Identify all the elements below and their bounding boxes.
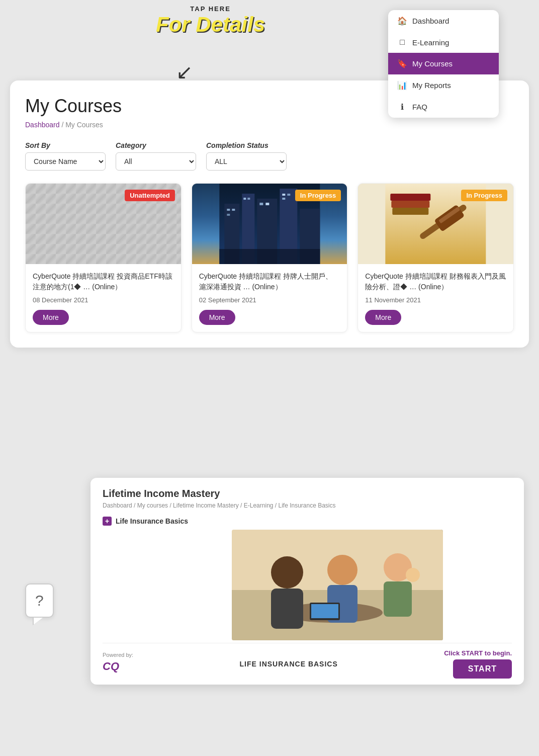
- completion-group: Completion Status ALL Unattempted In Pro…: [206, 141, 287, 171]
- status-badge-1: Unattempted: [125, 190, 174, 201]
- course-title-1: CyberQuote 持續培訓課程 投資商品ETF時該注意的地方(1◆ … (O…: [33, 271, 174, 292]
- svg-rect-13: [282, 194, 285, 196]
- menu-label-elearning: E-Learning: [412, 38, 449, 47]
- cq-logo: CQ: [103, 658, 133, 676]
- menu-label-dashboard: Dashboard: [412, 17, 449, 25]
- sort-by-select[interactable]: Course Name Date Status: [25, 152, 106, 171]
- category-select[interactable]: All Finance Legal Compliance: [116, 152, 196, 171]
- plus-icon: +: [103, 517, 112, 526]
- completion-label: Completion Status: [206, 141, 287, 149]
- bubble-tail: [33, 618, 43, 625]
- completion-select[interactable]: ALL Unattempted In Progress Completed: [206, 152, 287, 171]
- for-details-label: For Details: [156, 13, 265, 37]
- click-start-text: Click START to begin.: [444, 649, 512, 657]
- start-area: Click START to begin. START: [444, 649, 512, 679]
- dashboard-icon: 🏠: [397, 16, 407, 26]
- menu-item-myreports[interactable]: 📊 My Reports: [388, 74, 499, 96]
- course-date-2: 02 September 2021: [199, 296, 340, 304]
- svg-point-33: [406, 568, 420, 582]
- status-badge-2: In Progress: [295, 190, 341, 201]
- bubble-box: ?: [25, 583, 54, 618]
- course-image-3: In Progress: [358, 184, 513, 264]
- svg-rect-35: [311, 604, 338, 618]
- bookmark-icon: 🔖: [397, 59, 407, 68]
- breadcrumb-separator: /: [61, 121, 65, 129]
- category-group: Category All Finance Legal Compliance: [116, 141, 196, 171]
- powered-by-section: Powered by: CQ: [103, 652, 133, 676]
- svg-rect-20: [393, 208, 429, 215]
- menu-label-mycourses: My Courses: [412, 59, 453, 68]
- video-thumbnail: [232, 530, 443, 640]
- second-page-title: Lifetime Income Mastery: [103, 488, 512, 499]
- svg-rect-12: [265, 203, 269, 205]
- svg-rect-19: [392, 201, 430, 208]
- start-button[interactable]: START: [453, 659, 512, 679]
- svg-text:CQ: CQ: [103, 660, 119, 673]
- courses-grid: Unattempted CyberQuote 持續培訓課程 投資商品ETF時該注…: [25, 183, 514, 332]
- menu-item-mycourses[interactable]: 🔖 My Courses: [388, 53, 499, 74]
- menu-item-dashboard[interactable]: 🏠 Dashboard: [388, 10, 499, 32]
- svg-rect-16: [219, 249, 320, 264]
- more-button-3[interactable]: More: [365, 310, 401, 325]
- filters-row: Sort By Course Name Date Status Category…: [25, 141, 514, 171]
- svg-rect-6: [227, 209, 230, 211]
- course-body-1: CyberQuote 持續培訓課程 投資商品ETF時該注意的地方(1◆ … (O…: [26, 264, 181, 332]
- life-insurance-section: + Life Insurance Basics: [103, 517, 512, 526]
- more-button-1[interactable]: More: [33, 310, 69, 325]
- main-content-card: My Courses Dashboard / My Courses Sort B…: [10, 80, 529, 348]
- course-date-1: 08 December 2021: [33, 296, 174, 304]
- info-icon: ℹ: [397, 102, 407, 112]
- menu-label-faq: FAQ: [412, 103, 427, 111]
- reports-icon: 📊: [397, 80, 407, 90]
- life-insurance-label: Life Insurance Basics: [116, 517, 188, 525]
- menu-label-myreports: My Reports: [412, 81, 451, 90]
- svg-rect-32: [384, 581, 412, 617]
- course-card-2: In Progress CyberQuote 持續培訓課程 持牌人士開戶、 滬深…: [192, 183, 348, 332]
- svg-rect-7: [232, 209, 235, 211]
- video-area: Powered by: CQ LIFE INSURANCE BASICS Cli…: [103, 530, 512, 685]
- svg-rect-9: [243, 198, 246, 200]
- svg-rect-15: [282, 198, 285, 200]
- tap-here-label: TAP HERE: [156, 5, 265, 13]
- svg-point-27: [271, 556, 303, 589]
- breadcrumb-home[interactable]: Dashboard: [25, 121, 60, 129]
- course-body-2: CyberQuote 持續培訓課程 持牌人士開戶、 滬深港通投資 … (Onli…: [192, 264, 347, 332]
- elearning-icon: □: [397, 38, 407, 47]
- svg-rect-8: [227, 214, 230, 216]
- course-card-1: Unattempted CyberQuote 持續培訓課程 投資商品ETF時該注…: [25, 183, 182, 332]
- second-page-card: Lifetime Income Mastery Dashboard / My c…: [91, 478, 524, 685]
- svg-rect-10: [247, 198, 250, 200]
- svg-point-29: [327, 555, 357, 585]
- course-title-2: CyberQuote 持續培訓課程 持牌人士開戶、 滬深港通投資 … (Onli…: [199, 271, 340, 292]
- second-breadcrumb: Dashboard / My courses / Lifetime Income…: [103, 502, 512, 509]
- menu-item-faq[interactable]: ℹ FAQ: [388, 96, 499, 118]
- tap-here-annotation: TAP HERE For Details: [156, 5, 265, 37]
- course-image-1: Unattempted: [26, 184, 181, 264]
- breadcrumb: Dashboard / My Courses: [25, 121, 514, 129]
- question-bubble: ?: [25, 583, 54, 625]
- svg-rect-14: [287, 194, 290, 196]
- life-insurance-course-label: LIFE INSURANCE BASICS: [240, 660, 338, 668]
- sort-by-label: Sort By: [25, 141, 106, 149]
- course-body-3: CyberQuote 持續培訓課程 財務報表入門及風險分析、證◆ … (Onli…: [358, 264, 513, 332]
- course-card-3: In Progress CyberQuote 持續培訓課程 財務報表入門及風險分…: [357, 183, 514, 332]
- menu-item-elearning[interactable]: □ E-Learning: [388, 32, 499, 53]
- course-name-center: LIFE INSURANCE BASICS: [240, 659, 338, 668]
- svg-rect-11: [259, 203, 263, 205]
- dropdown-menu: 🏠 Dashboard □ E-Learning 🔖 My Courses 📊 …: [388, 10, 499, 118]
- powered-by-text: Powered by:: [103, 652, 133, 658]
- breadcrumb-current: My Courses: [65, 121, 103, 129]
- status-badge-3: In Progress: [461, 190, 507, 201]
- sort-by-group: Sort By Course Name Date Status: [25, 141, 106, 171]
- svg-rect-18: [391, 194, 431, 201]
- arrow-icon: ↙: [176, 60, 193, 83]
- course-title-3: CyberQuote 持續培訓課程 財務報表入門及風險分析、證◆ … (Onli…: [365, 271, 506, 292]
- svg-rect-28: [271, 589, 303, 629]
- video-bottom-bar: Powered by: CQ LIFE INSURANCE BASICS Cli…: [103, 643, 512, 685]
- second-breadcrumb-text: Dashboard / My courses / Lifetime Income…: [103, 502, 336, 509]
- course-image-2: In Progress: [192, 184, 347, 264]
- course-date-3: 11 November 2021: [365, 296, 506, 304]
- more-button-2[interactable]: More: [199, 310, 235, 325]
- category-label: Category: [116, 141, 196, 149]
